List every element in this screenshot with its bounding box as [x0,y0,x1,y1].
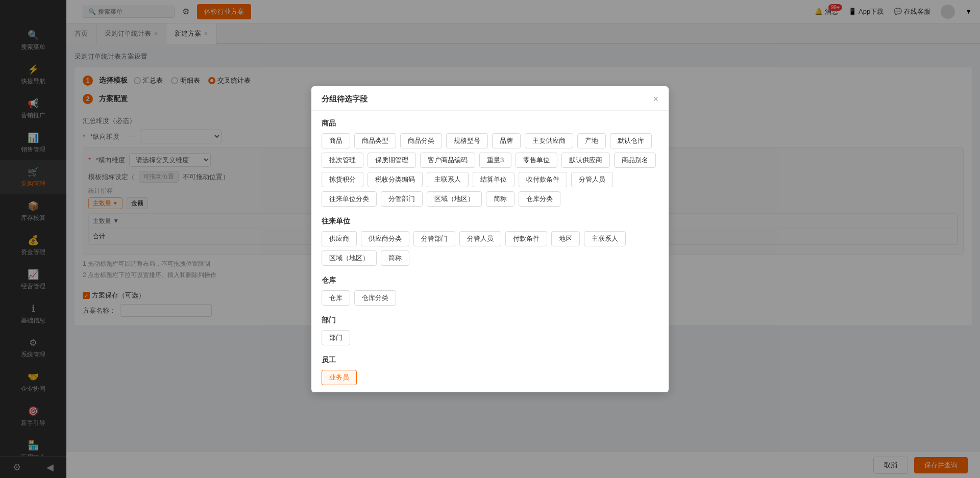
field-tag[interactable]: 业务员 [322,370,357,385]
field-tag[interactable]: 仓库分类 [519,191,560,207]
field-tag[interactable]: 区域（地区） [322,250,377,266]
field-tag[interactable]: 品牌 [492,133,521,148]
field-tag[interactable]: 供应商 [322,231,357,246]
field-tag[interactable]: 简称 [486,191,514,207]
modal-section-title: 商品 [322,119,658,128]
field-tag[interactable]: 部门 [322,330,350,345]
field-tag[interactable]: 仓库分类 [354,290,396,306]
field-tag[interactable]: 产地 [577,133,606,148]
field-tag[interactable]: 收付款条件 [519,172,567,187]
field-tag[interactable]: 供应商分类 [361,231,409,246]
field-tag[interactable]: 商品类型 [354,133,396,148]
modal-close-button[interactable]: × [653,94,658,104]
field-tag[interactable]: 主联系人 [584,231,626,246]
field-tag[interactable]: 主联系人 [427,172,469,187]
modal-section-title: 部门 [322,316,658,325]
modal-section-title: 员工 [322,356,658,365]
modal-body: 商品商品商品类型商品分类规格型号品牌主要供应商产地默认仓库批次管理保质期管理客户… [311,111,669,392]
modal-header: 分组待选字段 × [311,86,669,111]
field-tag[interactable]: 分管人员 [459,231,501,246]
field-tag[interactable]: 主要供应商 [525,133,573,148]
field-tag[interactable]: 零售单位 [516,153,557,168]
modal-dialog: 分组待选字段 × 商品商品商品类型商品分类规格型号品牌主要供应商产地默认仓库批次… [311,86,669,392]
modal-section-员工: 员工业务员 [322,356,658,385]
field-tag[interactable]: 客户商品编码 [420,153,475,168]
field-tag[interactable]: 付款条件 [505,231,547,246]
modal-field-tags: 部门 [322,330,658,345]
field-tag[interactable]: 仓库 [322,290,350,306]
field-tag[interactable]: 分管部门 [381,191,423,207]
field-tag[interactable]: 批次管理 [322,153,363,168]
field-tag[interactable]: 保质期管理 [368,153,416,168]
modal-section-仓库: 仓库仓库仓库分类 [322,276,658,306]
field-tag[interactable]: 税收分类编码 [368,172,423,187]
modal-field-tags: 商品商品类型商品分类规格型号品牌主要供应商产地默认仓库批次管理保质期管理客户商品… [322,133,658,207]
field-tag[interactable]: 商品 [322,133,350,148]
modal-section-title: 往来单位 [322,217,658,226]
field-tag[interactable]: 地区 [551,231,580,246]
modal-field-tags: 供应商供应商分类分管部门分管人员付款条件地区主联系人区域（地区）简称 [322,231,658,266]
field-tag[interactable]: 结算单位 [473,172,514,187]
field-tag[interactable]: 重量3 [479,153,511,168]
field-tag[interactable]: 商品分类 [400,133,442,148]
field-tag[interactable]: 默认供应商 [561,153,610,168]
field-tag[interactable]: 商品别名 [614,153,656,168]
modal-overlay[interactable]: 分组待选字段 × 商品商品商品类型商品分类规格型号品牌主要供应商产地默认仓库批次… [0,0,980,478]
field-tag[interactable]: 分管部门 [413,231,455,246]
field-tag[interactable]: 分管人员 [571,172,613,187]
modal-section-title: 仓库 [322,276,658,285]
field-tag[interactable]: 默认仓库 [610,133,652,148]
field-tag[interactable]: 拣货积分 [322,172,363,187]
modal-section-部门: 部门部门 [322,316,658,345]
modal-field-tags: 仓库仓库分类 [322,290,658,306]
field-tag[interactable]: 简称 [381,250,409,266]
modal-title: 分组待选字段 [322,94,368,104]
modal-field-tags: 业务员 [322,370,658,385]
field-tag[interactable]: 往来单位分类 [322,191,377,207]
modal-section-商品: 商品商品商品类型商品分类规格型号品牌主要供应商产地默认仓库批次管理保质期管理客户… [322,119,658,207]
field-tag[interactable]: 规格型号 [446,133,488,148]
modal-section-往来单位: 往来单位供应商供应商分类分管部门分管人员付款条件地区主联系人区域（地区）简称 [322,217,658,266]
field-tag[interactable]: 区域（地区） [427,191,482,207]
